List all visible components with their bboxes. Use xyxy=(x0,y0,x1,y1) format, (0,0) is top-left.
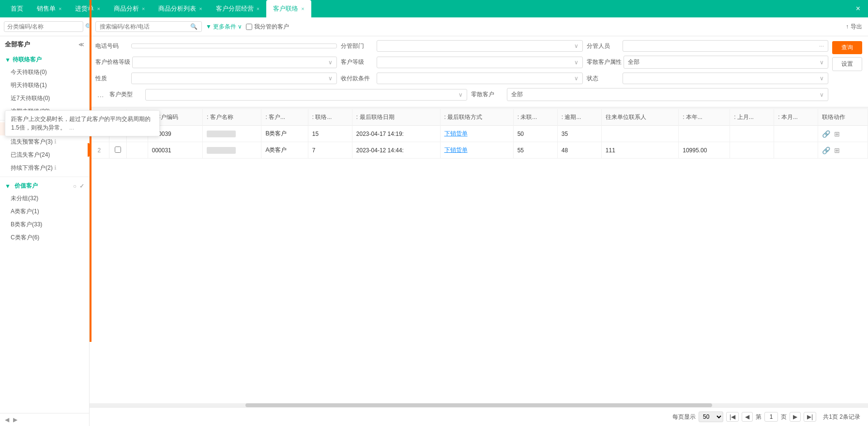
nav-sales[interactable]: 销售单 × xyxy=(30,0,68,17)
sidebar-group-value[interactable]: ▼ 价值客户 ○ ✓ xyxy=(0,179,89,192)
person-select[interactable]: ··· xyxy=(623,40,828,52)
content-area: 🔍 ▼ 更多条件 ∨ 我分管的客户 ↑ 导出 xyxy=(90,17,868,426)
close-window-button[interactable]: × xyxy=(852,4,864,13)
cell-category: B类客户 xyxy=(261,126,308,142)
close-product-analysis-tab[interactable]: × xyxy=(142,6,145,12)
sidebar-search-icon[interactable]: 🔍 xyxy=(85,23,90,30)
collapse-icon[interactable]: ≪ xyxy=(78,42,84,48)
all-customers-section[interactable]: 全部客户 ≪ xyxy=(0,36,89,53)
contact-method-link[interactable]: 下销货单 xyxy=(444,130,468,137)
next-page-button[interactable]: ▶ xyxy=(790,412,801,422)
sidebar-item-class-c[interactable]: C类客户(6) xyxy=(0,231,89,244)
close-purchase-tab[interactable]: × xyxy=(97,6,100,12)
close-customer-tier-tab[interactable]: × xyxy=(257,6,259,12)
settings-button[interactable]: 设置 xyxy=(832,57,862,71)
export-button[interactable]: ↑ 导出 xyxy=(846,23,862,31)
grid-action-icon[interactable]: ⊞ xyxy=(834,130,840,138)
nav-customer-tier[interactable]: 客户分层经营 × xyxy=(209,0,266,17)
close-product-list-tab[interactable]: × xyxy=(199,6,202,12)
cell-overdue: 35 xyxy=(557,126,601,142)
first-page-button[interactable]: |◀ xyxy=(726,412,739,422)
sidebar-item-class-a[interactable]: A类客户(1) xyxy=(0,205,89,218)
customer-name-blurred xyxy=(207,131,236,137)
cell-last-contact-method[interactable]: 下销货单 xyxy=(440,142,513,159)
status-select[interactable]: ∨ xyxy=(623,73,828,84)
grid-action-icon[interactable]: ⊞ xyxy=(834,147,840,154)
filter-icon: ▼ xyxy=(206,23,212,30)
sidebar-item-unclassified[interactable]: 未分组(32) xyxy=(0,192,89,205)
price-level-select[interactable]: ∨ xyxy=(132,57,337,68)
info-icon2: ℹ xyxy=(54,138,57,145)
sidebar-search-input[interactable] xyxy=(4,21,83,32)
col-contact: : 联络... xyxy=(308,109,352,126)
sidebar-item-7days[interactable]: 近7天待联络(0) xyxy=(0,92,89,105)
cell-category: A类客户 xyxy=(261,142,308,159)
row-checkbox-1[interactable] xyxy=(115,147,121,153)
chevron-down-retail: ∨ xyxy=(820,91,824,98)
current-page-display: 1 xyxy=(764,412,778,422)
cell-last-contact-method[interactable]: 下销货单 xyxy=(440,126,513,142)
main-search-input[interactable] xyxy=(100,23,188,30)
sidebar-item-class-b[interactable]: B类客户(33) xyxy=(0,218,89,231)
top-navigation: 首页 销售单 × 进货单 × 商品分析 × 商品分析列表 × 客户分层经营 × … xyxy=(0,0,868,17)
phone-label: 电话号码 xyxy=(95,42,129,50)
col-action: 联络动作 xyxy=(818,109,868,126)
nav-product-analysis-list[interactable]: 商品分析列表 × xyxy=(152,0,209,17)
payment-label: 收付款条件 xyxy=(341,74,375,83)
sidebar-group-pending[interactable]: ▼ 待联络客户 xyxy=(0,53,89,66)
check-icon[interactable]: ✓ xyxy=(79,183,84,190)
active-sidebar-indicator xyxy=(88,143,90,157)
payment-select[interactable]: ∨ xyxy=(377,73,582,84)
query-button[interactable]: 查询 xyxy=(832,41,862,54)
cell-last-contact-date: 2023-04-12 14:44: xyxy=(352,142,440,159)
chevron-down-gender: ∨ xyxy=(328,75,333,82)
edit-icon[interactable]: ○ xyxy=(73,183,76,190)
sidebar-next-icon[interactable]: ▶ xyxy=(13,416,17,423)
page-suffix-label: 页 xyxy=(781,413,787,421)
customer-type-label: 客户类型 xyxy=(109,90,143,99)
retail-attr-select[interactable]: 全部 ∨ xyxy=(624,56,828,69)
more-conditions-button[interactable]: ▼ 更多条件 ∨ xyxy=(206,23,242,31)
per-page-select[interactable]: 50 100 200 xyxy=(699,411,723,422)
filter-row-2: 客户价格等级 ∨ 客户等级 ∨ xyxy=(95,56,828,69)
dept-select[interactable]: ∨ xyxy=(377,40,582,52)
customer-type-select[interactable]: ∨ xyxy=(145,89,467,101)
cell-last-contact-date: 2023-04-17 14:19: xyxy=(352,126,440,142)
level-select[interactable]: ∨ xyxy=(377,57,582,68)
cell-check[interactable] xyxy=(109,142,126,159)
total-records-label: 共1页 2条记录 xyxy=(823,413,860,421)
sidebar-item-tomorrow[interactable]: 明天待联络(1) xyxy=(0,79,89,92)
close-customer-contact-tab[interactable]: × xyxy=(301,6,304,12)
nav-product-analysis[interactable]: 商品分析 × xyxy=(107,0,152,17)
retail-customer-select[interactable]: 全部 ∨ xyxy=(507,88,828,101)
link-action-icon[interactable]: 🔗 xyxy=(822,130,830,138)
phone-input[interactable] xyxy=(131,44,337,48)
contact-method-link[interactable]: 下销货单 xyxy=(444,147,468,153)
col-this-month: : 本月... xyxy=(774,109,818,126)
horizontal-scrollbar[interactable] xyxy=(90,403,868,407)
last-page-button[interactable]: ▶| xyxy=(804,412,816,422)
my-customers-checkbox[interactable] xyxy=(246,24,252,30)
nav-customer-contact[interactable]: 客户联络 × xyxy=(266,0,311,17)
nav-home[interactable]: 首页 xyxy=(4,0,30,17)
sidebar-item-declining[interactable]: 持续下滑客户(2) ℹ xyxy=(0,162,89,175)
cell-contact: 15 xyxy=(308,126,352,142)
more-dots[interactable]: ... xyxy=(97,90,104,99)
main-search-icon[interactable]: 🔍 xyxy=(190,23,198,30)
sidebar-item-churned[interactable]: 已流失客户(24) xyxy=(0,148,89,162)
gender-select[interactable]: ∨ xyxy=(131,73,337,84)
sidebar: 🔍 全部客户 ≪ ▼ 待联络客户 今天待联络(0) 明天待联络(1) 近7天待联… xyxy=(0,17,90,426)
tooltip-more[interactable]: ... xyxy=(69,124,74,131)
nav-purchase[interactable]: 进货单 × xyxy=(68,0,107,17)
prev-page-button[interactable]: ◀ xyxy=(742,412,753,422)
cell-this-month xyxy=(774,142,818,159)
col-partner-contact: 往来单位联系人 xyxy=(601,109,678,126)
person-label: 分管人员 xyxy=(587,42,621,50)
close-sales-tab[interactable]: × xyxy=(59,6,61,12)
cell-partner-contact xyxy=(601,126,678,142)
tooltip-box: 距客户上次交易时长，超过了此客户的平均交易周期的1.5倍，则视为异常。 ... xyxy=(5,110,160,136)
sidebar-prev-icon[interactable]: ◀ xyxy=(5,416,9,423)
sidebar-item-today[interactable]: 今天待联络(0) xyxy=(0,66,89,79)
sidebar-item-churn-warning[interactable]: 流失预警客户(3) ℹ xyxy=(0,135,89,148)
link-action-icon[interactable]: 🔗 xyxy=(822,147,830,154)
